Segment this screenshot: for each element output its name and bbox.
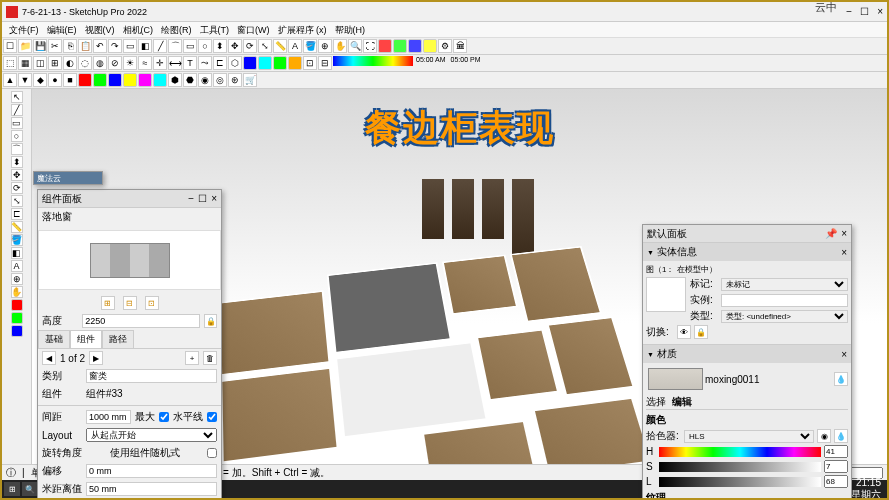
tab-component[interactable]: 组件 xyxy=(70,330,102,348)
paint-icon[interactable]: 🪣 xyxy=(303,39,317,53)
plugin-icon-1[interactable]: ▲ xyxy=(3,73,17,87)
lt-scale-icon[interactable]: ⤡ xyxy=(11,195,23,207)
tape-icon[interactable]: 📏 xyxy=(273,39,287,53)
new-icon[interactable]: ☐ xyxy=(3,39,17,53)
tag-select[interactable]: 未标记 xyxy=(721,278,848,291)
minimize-button[interactable]: − xyxy=(846,6,852,17)
hue-input[interactable] xyxy=(824,445,848,458)
3dtext-icon[interactable]: T xyxy=(183,56,197,70)
cloud-mini-panel[interactable]: 魔法云 xyxy=(33,171,103,185)
cut-icon[interactable]: ✂ xyxy=(48,39,62,53)
material-select-tab[interactable]: 选择 xyxy=(646,395,666,409)
follow-icon[interactable]: ⤳ xyxy=(198,56,212,70)
plugin-icon-4[interactable]: ● xyxy=(48,73,62,87)
plugin-icon-2[interactable]: ▼ xyxy=(18,73,32,87)
color-red-icon[interactable] xyxy=(378,39,392,53)
color-yellow-icon[interactable] xyxy=(423,39,437,53)
menu-window[interactable]: 窗口(W) xyxy=(234,22,273,37)
axes-icon[interactable]: ✛ xyxy=(153,56,167,70)
plugin-blue-icon[interactable] xyxy=(108,73,122,87)
solid-blue-icon[interactable] xyxy=(243,56,257,70)
open-icon[interactable]: 📁 xyxy=(18,39,32,53)
preset-icon-3[interactable]: ⊡ xyxy=(145,296,159,310)
menu-camera[interactable]: 相机(C) xyxy=(120,22,157,37)
arc-icon[interactable]: ⌒ xyxy=(168,39,182,53)
solid-orange-icon[interactable] xyxy=(288,56,302,70)
category-input[interactable] xyxy=(86,369,217,383)
menu-edit[interactable]: 编辑(E) xyxy=(44,22,80,37)
eyedropper-icon[interactable]: 💧 xyxy=(834,429,848,443)
plugin-icon-3[interactable]: ◆ xyxy=(33,73,47,87)
entity-close-icon[interactable]: × xyxy=(841,247,847,258)
picker-select[interactable]: HLS xyxy=(684,430,814,443)
preset-icon-2[interactable]: ⊟ xyxy=(123,296,137,310)
materials-close-icon[interactable]: × xyxy=(841,349,847,360)
interval-input[interactable] xyxy=(86,410,131,424)
type-select[interactable]: 类型: <undefined> xyxy=(721,310,848,323)
rotate-icon[interactable]: ⟳ xyxy=(243,39,257,53)
wireframe-icon[interactable]: ⊞ xyxy=(48,56,62,70)
lum-input[interactable] xyxy=(824,475,848,488)
lt-orbit-icon[interactable]: ⊕ xyxy=(11,273,23,285)
sat-slider[interactable] xyxy=(659,462,821,472)
sat-input[interactable] xyxy=(824,460,848,473)
lt-tape-icon[interactable]: 📏 xyxy=(11,221,23,233)
save-icon[interactable]: 💾 xyxy=(33,39,47,53)
start-button[interactable]: ⊞ xyxy=(4,482,20,496)
lock-icon[interactable]: 🔒 xyxy=(694,325,708,339)
panel-close-icon[interactable]: × xyxy=(211,193,217,204)
lt-arc-icon[interactable]: ⌒ xyxy=(11,143,23,155)
select-icon[interactable]: ▭ xyxy=(123,39,137,53)
search-icon[interactable]: 🔍 xyxy=(22,482,38,496)
panel-minimize-icon[interactable]: − xyxy=(188,193,194,204)
cart-icon[interactable]: 🛒 xyxy=(243,73,257,87)
rotate-checkbox[interactable] xyxy=(207,448,217,458)
circle-icon[interactable]: ○ xyxy=(198,39,212,53)
lt-circle-icon[interactable]: ○ xyxy=(11,130,23,142)
lt-red-icon[interactable] xyxy=(11,299,23,311)
lt-paint-icon[interactable]: 🪣 xyxy=(11,234,23,246)
front-icon[interactable]: ◫ xyxy=(33,56,47,70)
scale-icon[interactable]: ⤡ xyxy=(258,39,272,53)
orbit-icon[interactable]: ⊕ xyxy=(318,39,332,53)
nav-next-icon[interactable]: ▶ xyxy=(89,351,103,365)
lt-move-icon[interactable]: ✥ xyxy=(11,169,23,181)
push-pull-icon[interactable]: ⬍ xyxy=(213,39,227,53)
pan-icon[interactable]: ✋ xyxy=(333,39,347,53)
rect-icon[interactable]: ▭ xyxy=(183,39,197,53)
outer-shell-icon[interactable]: ⬡ xyxy=(228,56,242,70)
xray-icon[interactable]: ◍ xyxy=(93,56,107,70)
lt-offset-icon[interactable]: ⊏ xyxy=(11,208,23,220)
group-icon[interactable]: ⊡ xyxy=(303,56,317,70)
materials-header[interactable]: ▼ 材质 × xyxy=(643,345,851,363)
panel-maximize-icon[interactable]: ☐ xyxy=(198,193,207,204)
eraser-icon[interactable]: ◧ xyxy=(138,39,152,53)
menu-draw[interactable]: 绘图(R) xyxy=(158,22,195,37)
lt-eraser-icon[interactable]: ◧ xyxy=(11,247,23,259)
section-icon[interactable]: ⊘ xyxy=(108,56,122,70)
undo-icon[interactable]: ↶ xyxy=(93,39,107,53)
z-offset-input[interactable] xyxy=(86,482,217,496)
lt-rect-icon[interactable]: ▭ xyxy=(11,117,23,129)
tray-pin-icon[interactable]: 📌 xyxy=(825,228,837,239)
tab-path[interactable]: 路径 xyxy=(102,330,134,348)
warehouse-icon[interactable]: 🏛 xyxy=(453,39,467,53)
fog-icon[interactable]: ≈ xyxy=(138,56,152,70)
iso-icon[interactable]: ⬚ xyxy=(3,56,17,70)
component-icon[interactable]: ⊟ xyxy=(318,56,332,70)
entity-info-header[interactable]: ▼ 实体信息 × xyxy=(643,243,851,261)
menu-file[interactable]: 文件(F) xyxy=(6,22,42,37)
zoom-icon[interactable]: 🔍 xyxy=(348,39,362,53)
plugin-icon-8[interactable]: ◉ xyxy=(198,73,212,87)
material-picker-icon[interactable]: 💧 xyxy=(834,372,848,386)
lt-select-icon[interactable]: ↖ xyxy=(11,91,23,103)
delete-icon[interactable]: 🗑 xyxy=(203,351,217,365)
extension-icon[interactable]: ⚙ xyxy=(438,39,452,53)
zoom-extents-icon[interactable]: ⛶ xyxy=(363,39,377,53)
menu-view[interactable]: 视图(V) xyxy=(82,22,118,37)
lt-rotate-icon[interactable]: ⟳ xyxy=(11,182,23,194)
hidden-icon[interactable]: ◌ xyxy=(78,56,92,70)
lt-green-icon[interactable] xyxy=(11,312,23,324)
horizontal-checkbox[interactable] xyxy=(207,412,217,422)
tray-header[interactable]: 默认面板 📌 × xyxy=(643,225,851,243)
